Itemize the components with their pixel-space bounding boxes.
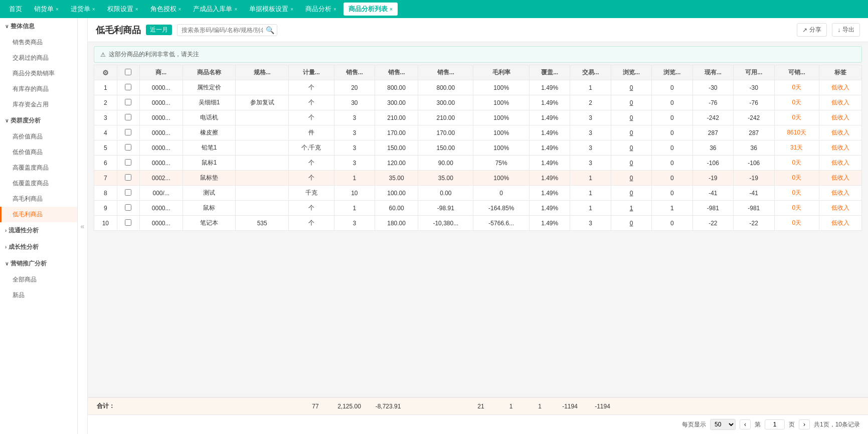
cell-browse1[interactable]: 0 <box>611 186 651 201</box>
browse-link[interactable]: 0 <box>630 114 633 121</box>
prev-page-button[interactable]: ‹ <box>740 419 751 429</box>
sidebar-item-低毛利商品[interactable]: 低毛利商品 <box>0 207 77 222</box>
row-checkbox[interactable] <box>125 219 131 226</box>
nav-close-icon[interactable]: × <box>56 7 59 12</box>
cell-trade: 3 <box>570 156 611 171</box>
export-button[interactable]: ↓ 导出 <box>832 23 860 37</box>
cell-checkbox[interactable] <box>117 201 139 216</box>
cell-browse1[interactable]: 0 <box>611 216 651 231</box>
cell-checkbox[interactable] <box>117 140 139 156</box>
col-header-checkbox[interactable] <box>117 65 139 80</box>
cell-browse1[interactable]: 0 <box>611 80 651 95</box>
cell-browse1[interactable]: 0 <box>611 125 651 140</box>
sidebar-item-高价值商品[interactable]: 高价值商品 <box>0 129 77 144</box>
sidebar-group-整体信息[interactable]: ∨整体信息 <box>0 18 77 35</box>
sidebar-item-商品分类助销率[interactable]: 商品分类助销率 <box>0 66 77 81</box>
browse-link[interactable]: 0 <box>630 144 633 152</box>
sidebar-item-库存资金占用[interactable]: 库存资金占用 <box>0 97 77 112</box>
sidebar-item-有库存的商品[interactable]: 有库存的商品 <box>0 81 77 97</box>
cell-browse1[interactable]: 1 <box>611 201 651 216</box>
row-checkbox[interactable] <box>125 189 131 196</box>
cell-checkbox[interactable] <box>117 156 139 171</box>
cell-browse1[interactable]: 0 <box>611 110 651 125</box>
row-checkbox[interactable] <box>125 159 131 166</box>
cell-browse1[interactable]: 0 <box>611 95 651 110</box>
export-icon: ↓ <box>837 27 840 34</box>
sidebar-group-成长性分析[interactable]: ›成长性分析 <box>0 239 77 255</box>
nav-close-icon[interactable]: × <box>390 7 393 12</box>
sidebar-item-低覆盖度商品[interactable]: 低覆盖度商品 <box>0 176 77 191</box>
row-checkbox[interactable] <box>125 174 131 181</box>
browse-link[interactable]: 0 <box>630 175 633 182</box>
cell-salePrice: 170.00 <box>375 125 418 140</box>
nav-close-icon[interactable]: × <box>135 7 138 12</box>
sidebar-item-高覆盖度商品[interactable]: 高覆盖度商品 <box>0 160 77 176</box>
sidebar-item-全部商品[interactable]: 全部商品 <box>0 272 77 287</box>
browse-link[interactable]: 0 <box>630 160 633 167</box>
browse-link[interactable]: 0 <box>630 129 633 136</box>
nav-close-icon[interactable]: × <box>290 7 293 12</box>
cell-checkbox[interactable] <box>117 125 139 140</box>
browse-link[interactable]: 0 <box>630 84 633 91</box>
sidebar-item-交易过的商品[interactable]: 交易过的商品 <box>0 50 77 66</box>
browse-link[interactable]: 0 <box>630 220 633 227</box>
nav-item-商品分析[interactable]: 商品分析 × <box>300 3 341 16</box>
search-input[interactable] <box>177 24 277 36</box>
sidebar-item-低价值商品[interactable]: 低价值商品 <box>0 144 77 160</box>
share-button[interactable]: ↗ 分享 <box>797 23 827 37</box>
sidebar-group-类群度分析[interactable]: ∨类群度分析 <box>0 112 77 129</box>
sidebar-group-流通性分析[interactable]: ›流通性分析 <box>0 222 77 239</box>
nav-item-进货单[interactable]: 进货单 × <box>66 3 100 16</box>
page-size-select[interactable]: 50 20 100 <box>710 419 736 430</box>
cell-checkbox[interactable] <box>117 80 139 95</box>
cell-checkbox[interactable] <box>117 186 139 201</box>
cell-checkbox[interactable] <box>117 110 139 125</box>
cell-checkbox[interactable] <box>117 216 139 231</box>
sidebar-collapse-button[interactable]: « <box>78 18 88 434</box>
cell-checkbox[interactable] <box>117 95 139 110</box>
nav-item-权限设置[interactable]: 权限设置 × <box>102 3 143 16</box>
sidebar-group-营销推广分析[interactable]: ∨营销推广分析 <box>0 255 77 272</box>
nav-close-icon[interactable]: × <box>92 7 95 12</box>
row-checkbox[interactable] <box>125 99 131 105</box>
search-button[interactable]: 🔍 <box>266 26 274 34</box>
browse-link[interactable]: 0 <box>630 190 633 197</box>
browse-link[interactable]: 1 <box>630 205 633 212</box>
col-header-tag: 标签 <box>819 65 862 80</box>
row-checkbox[interactable] <box>125 129 131 135</box>
nav-close-icon[interactable]: × <box>179 7 182 12</box>
nav-item-产成品入库单[interactable]: 产成品入库单 × <box>188 3 242 16</box>
footer-values: 772,125.00-8,723.912111-1194-1194 <box>120 403 859 410</box>
footer-cell-15: -1194 <box>586 403 619 410</box>
date-badge[interactable]: 近一月 <box>146 25 172 35</box>
sidebar-item-销售类商品[interactable]: 销售类商品 <box>0 35 77 50</box>
nav-close-icon[interactable]: × <box>234 7 237 12</box>
next-page-button[interactable]: › <box>799 419 810 429</box>
sidebar-item-高毛利商品[interactable]: 高毛利商品 <box>0 191 77 207</box>
settings-icon[interactable]: ⚙ <box>102 69 109 77</box>
cell-browse1[interactable]: 0 <box>611 156 651 171</box>
select-all-checkbox[interactable] <box>125 69 131 75</box>
table-row: 100000...笔记本535个3180.00-10,380...-5766.6… <box>94 216 862 231</box>
nav-item-商品分析列表[interactable]: 商品分析列表 × <box>343 3 398 16</box>
cell-checkbox[interactable] <box>117 171 139 186</box>
cell-browse1[interactable]: 0 <box>611 171 651 186</box>
nav-item-首页[interactable]: 首页 <box>4 3 27 16</box>
row-checkbox[interactable] <box>125 114 131 120</box>
page-number-input[interactable] <box>765 419 785 429</box>
cell-browse1[interactable]: 0 <box>611 140 651 156</box>
nav-close-icon[interactable]: × <box>333 7 336 12</box>
row-checkbox[interactable] <box>125 144 131 151</box>
cell-browse2: 0 <box>652 80 692 95</box>
nav-item-单据模板设置[interactable]: 单据模板设置 × <box>244 3 298 16</box>
cell-coverage: 1.49% <box>529 216 570 231</box>
col-header-settings[interactable]: ⚙ <box>94 65 117 80</box>
row-checkbox[interactable] <box>125 84 131 90</box>
row-checkbox[interactable] <box>125 204 131 211</box>
browse-link[interactable]: 0 <box>630 99 633 106</box>
table-row: 20000...吴细细1参加复试个30300.00300.00100%1.49%… <box>94 95 862 110</box>
nav-item-角色授权[interactable]: 角色授权 × <box>145 3 187 16</box>
sidebar-item-新品[interactable]: 新品 <box>0 287 77 303</box>
nav-item-销货单[interactable]: 销货单 × <box>29 3 64 16</box>
cell-spec <box>236 201 289 216</box>
